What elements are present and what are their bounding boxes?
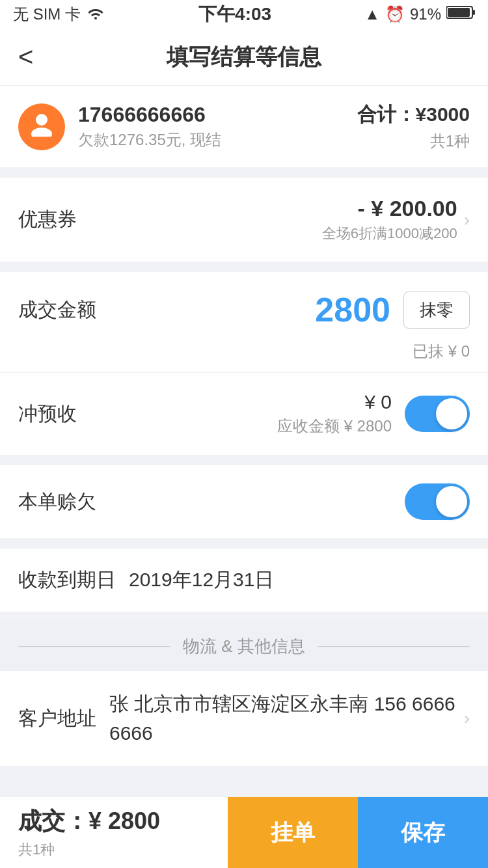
coupon-discount: - ¥ 200.00 xyxy=(322,196,457,221)
prepaid-toggle-knob xyxy=(436,398,467,429)
prepaid-right: ¥ 0 应收金额 ¥ 2800 xyxy=(277,391,470,437)
prepaid-toggle[interactable] xyxy=(405,396,470,432)
location-icon: ▲ xyxy=(364,5,380,23)
prepaid-receivable: 应收金额 ¥ 2800 xyxy=(277,416,392,437)
status-left: 无 SIM 卡 xyxy=(13,4,105,25)
deal-amount: 2800 xyxy=(315,290,390,329)
debt-toggle[interactable] xyxy=(405,483,470,520)
page-title: 填写结算等信息 xyxy=(167,42,321,72)
duedate-row: 收款到期日 2019年12月31日 xyxy=(0,549,488,612)
prepaid-amount: ¥ 0 xyxy=(277,391,392,413)
bottom-deal-label: 成交： xyxy=(18,807,88,834)
bottom-count: 共1种 xyxy=(18,840,210,860)
debt-toggle-knob xyxy=(436,486,467,517)
bottom-summary: 成交：¥ 2800 共1种 xyxy=(0,806,228,860)
coupon-desc: 全场6折满1000减200 xyxy=(322,224,457,243)
battery-icon xyxy=(446,5,475,23)
bottom-deal-amount: ¥ 2800 xyxy=(88,807,160,834)
prepaid-amount-block: ¥ 0 应收金额 ¥ 2800 xyxy=(277,391,392,437)
deal-erased: 已抹 ¥ 0 xyxy=(0,341,488,372)
coupon-row[interactable]: 优惠券 - ¥ 200.00 全场6折满1000减200 › xyxy=(0,178,488,262)
debt-row: 本单赊欠 xyxy=(0,465,488,538)
address-value: 张 北京市市辖区海淀区永丰南 156 6666 6666 xyxy=(109,689,464,748)
total-count: 共1种 xyxy=(357,131,470,152)
avatar xyxy=(18,103,65,150)
status-right: ▲ ⏰ 91% xyxy=(364,5,475,23)
battery-text: 91% xyxy=(410,5,441,23)
coupon-label: 优惠券 xyxy=(18,206,77,233)
bottom-deal: 成交：¥ 2800 xyxy=(18,806,210,837)
customer-info: 17666666666 欠款1276.35元, 现结 xyxy=(78,103,221,150)
customer-debt: 欠款1276.35元, 现结 xyxy=(78,129,221,150)
coupon-right: - ¥ 200.00 全场6折满1000减200 › xyxy=(322,196,470,243)
svg-point-4 xyxy=(31,128,52,137)
deal-right: 2800 抹零 xyxy=(315,290,470,329)
deal-section: 成交金额 2800 抹零 已抹 ¥ 0 冲预收 ¥ 0 应收金额 ¥ 2800 xyxy=(0,272,488,455)
deal-label: 成交金额 xyxy=(18,297,96,323)
nav-bar: < 填写结算等信息 xyxy=(0,29,488,86)
pending-button[interactable]: 挂单 xyxy=(228,797,358,869)
alarm-icon: ⏰ xyxy=(385,5,405,23)
wifi-icon xyxy=(86,5,105,23)
prepaid-label: 冲预收 xyxy=(18,401,77,427)
back-button[interactable]: < xyxy=(18,42,33,72)
duedate-value: 2019年12月31日 xyxy=(129,567,274,593)
divider-line-left xyxy=(18,646,170,647)
deal-row: 成交金额 2800 抹零 xyxy=(0,272,488,347)
divider-text: 物流 & 其他信息 xyxy=(183,635,305,658)
address-label: 客户地址 xyxy=(18,705,96,732)
prepaid-row: 冲预收 ¥ 0 应收金额 ¥ 2800 xyxy=(0,372,488,455)
address-row[interactable]: 客户地址 张 北京市市辖区海淀区永丰南 156 6666 6666 › xyxy=(0,671,488,766)
customer-left: 17666666666 欠款1276.35元, 现结 xyxy=(18,103,221,150)
divider-section: 物流 & 其他信息 xyxy=(0,622,488,671)
svg-rect-2 xyxy=(448,8,470,17)
customer-card: 17666666666 欠款1276.35元, 现结 合计：¥3000 共1种 xyxy=(0,86,488,167)
debt-label: 本单赊欠 xyxy=(18,489,96,515)
duedate-label: 收款到期日 xyxy=(18,567,116,593)
save-button[interactable]: 保存 xyxy=(358,797,488,869)
carrier-text: 无 SIM 卡 xyxy=(13,4,81,25)
bottom-bar: 成交：¥ 2800 共1种 挂单 保存 xyxy=(0,796,488,868)
content: 17666666666 欠款1276.35元, 现结 合计：¥3000 共1种 … xyxy=(0,86,488,844)
svg-point-3 xyxy=(36,114,47,126)
status-bar: 无 SIM 卡 下午4:03 ▲ ⏰ 91% xyxy=(0,0,488,29)
customer-phone: 17666666666 xyxy=(78,103,221,127)
coupon-arrow-icon: › xyxy=(464,210,470,230)
svg-rect-1 xyxy=(472,10,475,15)
round-button[interactable]: 抹零 xyxy=(403,292,470,329)
total-amount: 合计：¥3000 xyxy=(357,102,470,128)
customer-right: 合计：¥3000 共1种 xyxy=(357,102,470,152)
divider-line-right xyxy=(318,646,470,647)
avatar-icon xyxy=(29,111,55,142)
address-arrow-icon: › xyxy=(464,708,470,729)
status-time: 下午4:03 xyxy=(198,2,271,27)
